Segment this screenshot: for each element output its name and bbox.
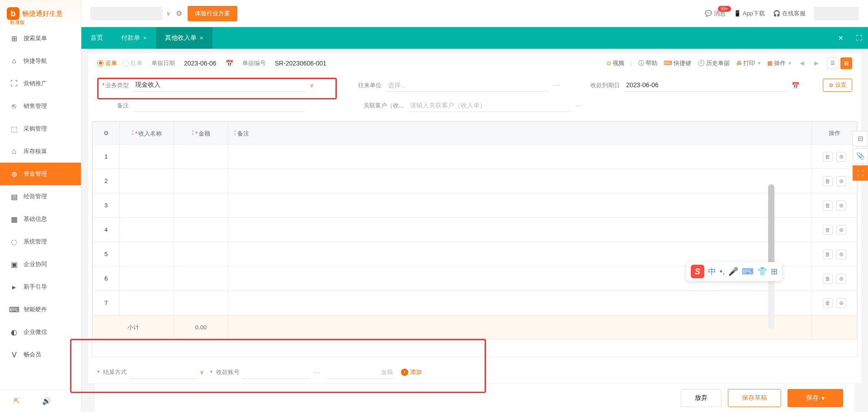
table-row[interactable]: 2🗑⊕ <box>93 169 857 193</box>
save-draft-button[interactable]: 保存草稿 <box>728 389 781 407</box>
ime-toolbox-icon[interactable]: ⊞ <box>771 267 778 276</box>
delete-row-icon[interactable]: 🗑 <box>823 225 833 235</box>
sidebar-item-3[interactable]: ⎋销售管理 <box>0 95 81 117</box>
tab-2[interactable]: 其他收入单✕ <box>156 27 212 49</box>
biz-type-input[interactable] <box>133 79 305 92</box>
delete-row-icon[interactable]: 🗑 <box>823 201 833 211</box>
side-tools: ⊟ 📎 ⛶ <box>853 131 868 181</box>
table-row[interactable]: 3🗑⊕ <box>93 193 857 218</box>
attachment-icon[interactable]: 📎 <box>853 148 868 164</box>
table-row[interactable]: 4🗑⊕ <box>93 218 857 242</box>
copy-row-icon[interactable]: ⊕ <box>836 152 846 162</box>
party-lookup-icon[interactable]: ⋯ <box>553 81 561 89</box>
due-calendar-icon[interactable]: 📅 <box>792 82 799 89</box>
sidebar-item-13[interactable]: ◐企业微信 <box>0 321 81 343</box>
sidebar-item-12[interactable]: ⌨智能硬件 <box>0 298 81 321</box>
ime-punct-icon[interactable]: •, <box>720 267 725 276</box>
sidebar-item-4[interactable]: ⬚采购管理 <box>0 117 81 140</box>
table-row[interactable]: 7🗑⊕ <box>93 291 857 315</box>
sidebar-item-8[interactable]: ▦基础信息 <box>0 208 81 230</box>
experience-button[interactable]: 体验行业方案 <box>188 6 237 21</box>
blue-order-radio[interactable]: 蓝单 <box>97 59 117 67</box>
settle-account-lookup-icon[interactable]: ⋯ <box>313 368 321 377</box>
sidebar-item-10[interactable]: ▣企业协同 <box>0 253 81 276</box>
copy-row-icon[interactable]: ⊕ <box>836 298 846 308</box>
calendar-icon[interactable]: 📅 <box>226 60 233 67</box>
copy-row-icon[interactable]: ⊕ <box>836 249 846 259</box>
col-amount[interactable]: ▴▾*金额 <box>174 122 228 145</box>
copy-row-icon[interactable]: ⊕ <box>836 201 846 211</box>
settings-button[interactable]: ⚙设置 <box>823 79 852 92</box>
sidebar-item-6[interactable]: ⊛资金管理 <box>0 163 81 185</box>
operate-link[interactable]: ▦操作▾ <box>767 59 792 67</box>
sidebar-item-9[interactable]: ◌系统管理 <box>0 230 81 253</box>
red-order-radio[interactable]: 红单 <box>123 59 142 67</box>
table-gear-header[interactable]: ⚙ <box>93 122 120 145</box>
collapse-icon[interactable]: ⇱ <box>14 397 19 405</box>
company-selector[interactable]: ∨ <box>90 7 170 20</box>
tab-0[interactable]: 首页 <box>81 27 112 49</box>
delete-row-icon[interactable]: 🗑 <box>823 274 833 284</box>
help-link[interactable]: ⓘ帮助 <box>638 59 657 67</box>
due-date-input[interactable] <box>624 79 787 92</box>
table-scrollbar[interactable] <box>768 184 774 329</box>
video-link[interactable]: ⊙视频 <box>606 59 624 67</box>
rel-cust-lookup-icon[interactable]: ⋯ <box>576 101 583 110</box>
remark-input[interactable] <box>133 99 305 112</box>
ime-lang[interactable]: 中 <box>708 266 716 277</box>
delete-row-icon[interactable]: 🗑 <box>823 298 833 308</box>
collapse-panel-icon[interactable]: ⊟ <box>853 131 868 146</box>
tab-close-icon[interactable]: ✕ <box>832 27 850 49</box>
next-doc-icon[interactable]: ▶ <box>812 60 821 66</box>
rel-cust-input[interactable] <box>408 99 571 112</box>
col-remark[interactable]: ▴▾备注 <box>228 122 812 145</box>
settle-method-input[interactable] <box>129 366 197 379</box>
sidebar-item-1[interactable]: ⌂快捷导航 <box>0 50 81 72</box>
delete-row-icon[interactable]: 🗑 <box>823 249 833 259</box>
sound-icon[interactable]: 🔊 <box>42 397 51 405</box>
online-service-link[interactable]: 🎧 在线客服 <box>773 9 806 18</box>
shortcut-link[interactable]: ⌨快捷键 <box>664 59 691 67</box>
biz-type-dropdown-icon[interactable]: ∨ <box>310 82 314 89</box>
tab-fullscreen-icon[interactable]: ⛶ <box>850 27 868 49</box>
sidebar-item-14[interactable]: Ⅴ畅会员 <box>0 343 81 366</box>
ime-toolbar[interactable]: S 中 •, 🎤 ⌨ 👕 ⊞ <box>686 262 782 281</box>
list-view-button[interactable]: ☰ <box>827 57 839 69</box>
history-icon: 🕘 <box>698 60 705 66</box>
table-row[interactable]: 1🗑⊕ <box>93 145 857 169</box>
party-input[interactable] <box>386 79 549 92</box>
app-download-link[interactable]: 📱 App下载 <box>734 9 765 18</box>
print-link[interactable]: 🖶打印▾ <box>736 59 761 67</box>
delete-row-icon[interactable]: 🗑 <box>823 176 833 186</box>
save-button[interactable]: 保存▾ <box>788 389 843 407</box>
gear-icon[interactable]: ⚙ <box>176 9 182 18</box>
ime-mic-icon[interactable]: 🎤 <box>728 267 738 276</box>
ime-keyboard-icon[interactable]: ⌨ <box>742 267 754 276</box>
sidebar-item-11[interactable]: ▸新手引导 <box>0 276 81 298</box>
tab-close-icon[interactable]: ✕ <box>199 35 203 41</box>
copy-row-icon[interactable]: ⊕ <box>836 225 846 235</box>
delete-row-icon[interactable]: 🗑 <box>823 152 833 162</box>
prev-doc-icon[interactable]: ◀ <box>798 60 806 66</box>
copy-row-icon[interactable]: ⊕ <box>836 274 846 284</box>
tab-close-icon[interactable]: ✕ <box>143 35 147 41</box>
col-income-name[interactable]: ▴▾*收入名称 <box>120 122 174 145</box>
tab-1[interactable]: 付款单✕ <box>112 27 156 49</box>
sidebar-item-5[interactable]: ⌂库存核算 <box>0 140 81 163</box>
user-avatar-placeholder[interactable] <box>814 7 859 20</box>
ime-skin-icon[interactable]: 👕 <box>757 267 767 276</box>
settle-amount-input[interactable] <box>327 366 395 379</box>
discard-button[interactable]: 放弃 <box>681 389 722 407</box>
expand-icon[interactable]: ⛶ <box>853 165 868 181</box>
messages-link[interactable]: 💬 消息 99+ <box>705 9 726 18</box>
sidebar-item-0[interactable]: ⊞搜索菜单 <box>0 27 81 50</box>
settle-account-input[interactable] <box>242 366 310 379</box>
copy-row-icon[interactable]: ⊕ <box>836 176 846 186</box>
add-settle-button[interactable]: + 添加 <box>401 368 422 376</box>
sidebar-item-7[interactable]: ▤经营管理 <box>0 185 81 208</box>
settle-method-dropdown-icon[interactable]: ∨ <box>200 369 204 375</box>
sidebar-item-2[interactable]: ⛶营销推广 <box>0 72 81 95</box>
doc-date-value[interactable]: 2023-06-06 <box>184 60 217 67</box>
history-link[interactable]: 🕘历史单据 <box>698 59 730 67</box>
card-view-button[interactable]: ▤ <box>840 57 852 69</box>
